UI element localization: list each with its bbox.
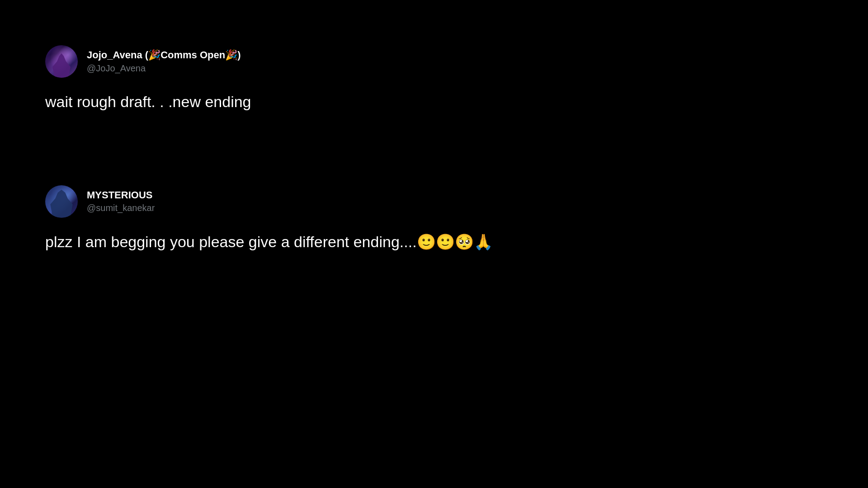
avatar-mysterious-inner [45, 185, 78, 218]
tweet-2-header: MYSTERIOUS @sumit_kanekar [45, 185, 493, 218]
tweet-1-header: Jojo_Avena (🎉Comms Open🎉) @JoJo_Avena [45, 45, 493, 78]
tweet-1-user-info: Jojo_Avena (🎉Comms Open🎉) @JoJo_Avena [87, 49, 241, 73]
tweet-2-username: @sumit_kanekar [87, 203, 155, 213]
avatar-jojo [45, 45, 78, 78]
page-container: Jojo_Avena (🎉Comms Open🎉) @JoJo_Avena wa… [0, 0, 868, 488]
avatar-mysterious [45, 185, 78, 218]
avatar-jojo-inner [45, 45, 78, 78]
tweet-2-user-info: MYSTERIOUS @sumit_kanekar [87, 189, 155, 213]
tweet-2-text: plzz I am begging you please give a diff… [45, 231, 493, 253]
avatar-mysterious-silhouette [49, 188, 74, 218]
tweet-1-display-name: Jojo_Avena (🎉Comms Open🎉) [87, 49, 241, 61]
comms-open-text: Comms Open [160, 49, 225, 61]
tweet-2: MYSTERIOUS @sumit_kanekar plzz I am begg… [45, 185, 493, 253]
tweet-1-username: @JoJo_Avena [87, 63, 241, 74]
avatar-jojo-silhouette [50, 51, 73, 78]
tweet-1-text: wait rough draft. . .new ending [45, 91, 493, 113]
tweet-1: Jojo_Avena (🎉Comms Open🎉) @JoJo_Avena wa… [45, 45, 493, 113]
tweets-container: Jojo_Avena (🎉Comms Open🎉) @JoJo_Avena wa… [45, 45, 493, 253]
tweet-2-display-name: MYSTERIOUS [87, 189, 155, 201]
